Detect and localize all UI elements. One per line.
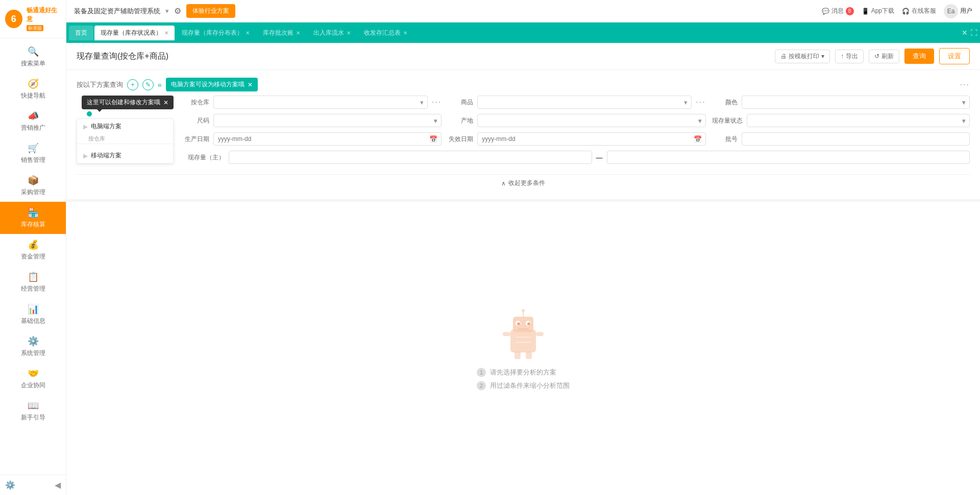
sidebar-item-label: 系统管理	[21, 349, 45, 358]
schema-tooltip-close[interactable]: ✕	[248, 81, 253, 88]
sidebar-item-label: 企业协同	[21, 381, 45, 390]
header-gear-icon[interactable]: ⚙	[174, 6, 181, 16]
sales-icon: 🛒	[28, 143, 39, 154]
tab-maximize-btn[interactable]: ⛶	[970, 29, 977, 37]
collapse-sidebar-icon[interactable]: ◀	[55, 480, 61, 490]
svg-point-8	[522, 309, 525, 312]
sidebar-item-marketing[interactable]: 📣营销推广	[0, 105, 66, 137]
field-batch: 批号	[712, 132, 970, 146]
tab-close-all-btn[interactable]: ✕	[962, 29, 968, 37]
stock-status-input[interactable]	[747, 114, 970, 127]
sidebar-item-operation[interactable]: 📋经营管理	[0, 266, 66, 298]
sidebar-item-enterprise[interactable]: 🤝企业协同	[0, 363, 66, 395]
filter-label: 按以下方案查询	[77, 80, 123, 89]
app-download-action[interactable]: 📱 App下载	[862, 7, 894, 15]
query-button[interactable]: 查询	[904, 49, 934, 64]
export-btn[interactable]: ↑ 导出	[835, 50, 864, 63]
reset-button[interactable]: 设置	[939, 48, 970, 64]
stock-range-dash: —	[596, 154, 603, 161]
tab-inventory-dist[interactable]: 现存量（库存分布表） ✕	[176, 26, 256, 40]
base-icon: 📊	[28, 303, 39, 315]
settings-icon[interactable]: ⚙️	[5, 480, 15, 490]
field-produce-date: 生产日期 📅	[184, 132, 442, 146]
tab-receive-summary[interactable]: 收发存汇总表 ✕	[358, 26, 413, 40]
tab-inventory-status-close[interactable]: ✕	[164, 30, 168, 36]
warehouse-options[interactable]: ···	[432, 98, 442, 107]
sidebar-item-base[interactable]: 📊基础信息	[0, 298, 66, 331]
filter-area: 按以下方案查询 + ✎ « 电脑方案可设为移动方案哦 ✕ ···	[66, 70, 980, 199]
tab-batch-account-close[interactable]: ✕	[296, 30, 300, 36]
notifications-action[interactable]: 💬 消息 8	[822, 7, 854, 15]
schema-mobile-item[interactable]: ▶ 移动端方案	[77, 148, 173, 163]
goods-input[interactable]	[477, 96, 692, 109]
expire-date-icon[interactable]: 📅	[694, 135, 702, 143]
svg-rect-0	[510, 329, 536, 352]
sidebar-item-label: 采购管理	[21, 188, 45, 197]
stock-min-input[interactable]	[229, 151, 592, 164]
field-goods: 商品 ···	[448, 96, 705, 109]
sidebar-item-search[interactable]: 🔍搜索菜单	[0, 41, 66, 73]
sidebar-item-quick[interactable]: 🧭快捷导航	[0, 73, 66, 105]
empty-step-1-text: 请先选择要分析的方案	[490, 368, 556, 377]
tab-bar: 首页 现存量（库存状况表） ✕ 现存量（库存分布表） ✕ 库存批次账 ✕ 出入库…	[66, 22, 980, 43]
collapse-label: 收起更多条件	[508, 179, 545, 187]
add-schema-btn[interactable]: +	[127, 79, 138, 90]
size-input[interactable]	[213, 114, 442, 127]
tab-in-out-flow-close[interactable]: ✕	[347, 30, 351, 36]
tab-in-out-flow[interactable]: 出入库流水 ✕	[307, 26, 357, 40]
sidebar-item-label: 新手引导	[21, 413, 45, 422]
produce-date-input[interactable]	[213, 132, 442, 146]
sidebar-item-purchase[interactable]: 📦采购管理	[0, 170, 66, 202]
notification-label: 消息	[831, 7, 844, 15]
tab-batch-account[interactable]: 库存批次账 ✕	[257, 26, 306, 40]
tab-receive-summary-close[interactable]: ✕	[403, 30, 407, 36]
print-template-btn[interactable]: 🖨 按模板打印 ▾	[775, 50, 830, 63]
empty-step-2-text: 用过滤条件来缩小分析范围	[490, 381, 570, 390]
arrow-left-btn[interactable]: «	[158, 81, 162, 89]
sidebar-item-inventory[interactable]: 🏪库存核算	[0, 202, 66, 234]
inventory-icon: 🏪	[28, 207, 39, 218]
tab-in-out-flow-label: 出入库流水	[313, 29, 344, 37]
tab-inventory-dist-close[interactable]: ✕	[246, 30, 250, 36]
user-avatar: Ea	[944, 4, 958, 18]
enterprise-icon: 🤝	[28, 368, 39, 379]
industry-btn[interactable]: 体验行业方案	[186, 4, 235, 18]
print-dropdown-icon[interactable]: ▾	[821, 53, 824, 60]
origin-input[interactable]	[477, 114, 705, 127]
expire-date-input[interactable]	[477, 132, 705, 146]
batch-input[interactable]	[742, 132, 970, 146]
collapse-filter-btn[interactable]: ∧ 收起更多条件	[77, 174, 970, 192]
empty-state: 1 请先选择要分析的方案 2 用过滤条件来缩小分析范围	[66, 202, 980, 495]
schema-pc-sub: 按仓库	[88, 135, 105, 142]
sidebar-item-guide[interactable]: 📖新手引导	[0, 395, 66, 427]
sidebar-item-finance[interactable]: 💰资金管理	[0, 234, 66, 266]
edit-tooltip: 这里可以创建和修改方案哦 ✕	[82, 96, 174, 109]
tab-inventory-dist-label: 现存量（库存分布表）	[182, 29, 243, 37]
sidebar-item-label: 营销推广	[21, 124, 45, 132]
sidebar-logo: 6 畅通通好生意 标准版	[0, 0, 66, 38]
sidebar-item-system[interactable]: ⚙️系统管理	[0, 331, 66, 363]
warehouse-input[interactable]	[213, 96, 428, 109]
stock-max-input[interactable]	[607, 151, 970, 164]
tab-inventory-status[interactable]: 现存量（库存状况表） ✕	[94, 26, 175, 40]
header-left: 装备及固定资产辅助管理系统 ▾ ⚙ 体验行业方案	[74, 4, 235, 18]
schema-pc-item[interactable]: ▶ 电脑端方案	[77, 119, 173, 134]
goods-options[interactable]: ···	[696, 98, 705, 107]
tab-inventory-status-label: 现存量（库存状况表）	[101, 29, 162, 37]
tab-home[interactable]: 首页	[69, 26, 93, 40]
field-options-1[interactable]: ···	[960, 80, 970, 89]
edit-tooltip-close[interactable]: ✕	[163, 99, 168, 106]
online-support-action[interactable]: 🎧 在线客服	[902, 7, 936, 15]
produce-date-icon[interactable]: 📅	[429, 135, 437, 143]
print-icon: 🖨	[780, 53, 787, 60]
tab-batch-account-label: 库存批次账	[263, 29, 293, 37]
phone-icon: 📱	[862, 8, 869, 15]
color-input[interactable]	[742, 96, 970, 109]
edit-schema-btn[interactable]: ✎	[142, 79, 154, 90]
edit-tooltip-text: 这里可以创建和修改方案哦	[87, 98, 160, 107]
refresh-btn[interactable]: ↺ 刷新	[869, 50, 899, 63]
sidebar-item-sales[interactable]: 🛒销售管理	[0, 137, 66, 170]
sidebar-item-label: 销售管理	[21, 156, 45, 164]
user-section[interactable]: Ea 用户	[944, 4, 972, 18]
system-dropdown-icon[interactable]: ▾	[165, 7, 169, 15]
